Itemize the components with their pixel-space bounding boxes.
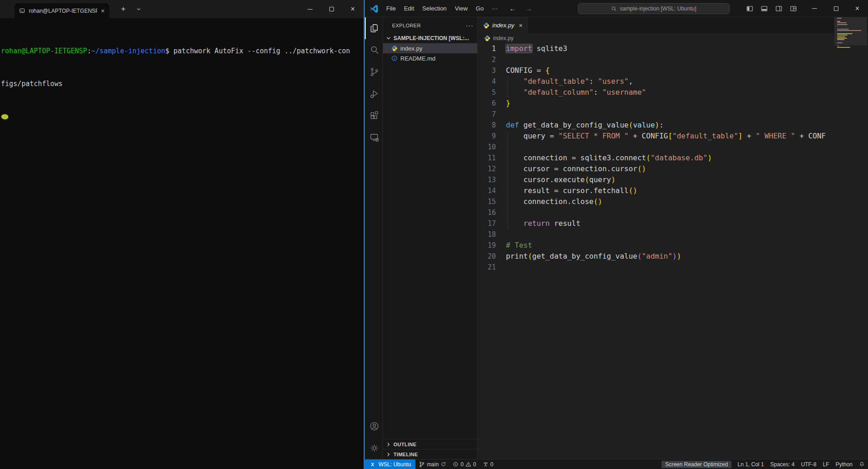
code-line-4[interactable]: 4 "default_table": "users", [478, 76, 868, 87]
explorer-folder-root[interactable]: SAMPLE-INJECTION [WSL:... [383, 33, 477, 43]
line-number: 6 [482, 98, 496, 109]
command-center-search[interactable]: sample-injection [WSL: Ubuntu] [578, 3, 730, 14]
activity-bar-item-extensions[interactable] [365, 105, 383, 127]
menu-go[interactable]: Go [472, 3, 488, 14]
menu-[interactable]: ··· [488, 3, 502, 14]
indentation-setting[interactable]: Spaces: 4 [767, 459, 797, 469]
line-number: 5 [482, 87, 496, 98]
activity-bar-item-settings[interactable] [365, 437, 383, 459]
code-line-11[interactable]: 11 connection = sqlite3.connect("databas… [478, 153, 868, 163]
timeline-label: TIMELINE [394, 452, 418, 457]
code-line-2[interactable]: 2 [478, 54, 868, 65]
code-line-10[interactable]: 10 [478, 142, 868, 153]
indent-guide [508, 131, 508, 142]
line-number: 13 [482, 174, 496, 185]
warning-count: 0 [473, 461, 476, 468]
code-line-6[interactable]: 6} [478, 98, 868, 109]
git-branch-icon [419, 461, 425, 468]
cursor-position[interactable]: Ln 1, Col 1 [734, 459, 767, 469]
sidebar-more-actions-button[interactable]: ··· [466, 22, 474, 29]
terminal-maximize-button[interactable] [321, 0, 342, 18]
activity-bar-item-search[interactable] [365, 39, 383, 61]
settings-icon [369, 443, 380, 454]
activity-bar-item-remote-explorer[interactable] [365, 127, 383, 148]
explorer-file-index.py[interactable]: index.py [383, 43, 477, 53]
navigate-back-button[interactable]: ← [509, 5, 516, 12]
terminal-new-tab-button[interactable]: + [116, 0, 131, 18]
code-line-17[interactable]: 17 return result [478, 218, 868, 229]
code-line-1[interactable]: 1import sqlite3 [478, 43, 868, 54]
terminal-tab[interactable]: rohan@LAPTOP-IETGENSP: ~/ × [15, 3, 109, 18]
screen-reader-badge[interactable]: Screen Reader Optimized [661, 461, 732, 468]
explorer-file-README.md[interactable]: README.md [383, 53, 477, 63]
minimap[interactable] [834, 17, 867, 459]
code-line-13[interactable]: 13 cursor.execute(query) [478, 174, 868, 185]
line-content: } [506, 98, 510, 109]
bell-icon [859, 461, 865, 467]
menu-file[interactable]: File [382, 3, 400, 14]
vscode-maximize-button[interactable] [825, 0, 847, 17]
timeline-section-header[interactable]: TIMELINE [383, 449, 477, 459]
code-line-15[interactable]: 15 connection.close() [478, 196, 868, 207]
line-content: result = cursor.fetchall() [506, 185, 637, 196]
terminal-close-button[interactable]: × [342, 0, 363, 18]
code-line-3[interactable]: 3CONFIG = { [478, 65, 868, 76]
encoding-setting[interactable]: UTF-8 [798, 459, 820, 469]
layout-customize-icon[interactable] [787, 3, 799, 15]
terminal-output[interactable]: rohan@LAPTOP-IETGENSP:~/sample-injection… [0, 18, 363, 141]
minimap-line [837, 29, 849, 30]
prompt-separator: : [87, 47, 91, 55]
activity-bar-item-source-control[interactable] [365, 61, 383, 83]
language-mode[interactable]: Python [833, 459, 856, 469]
navigate-forward-button[interactable]: → [525, 5, 532, 12]
code-line-16[interactable]: 16 [478, 207, 868, 218]
panel-bottom-icon[interactable] [758, 3, 770, 15]
minimap-line [837, 22, 847, 23]
indent-guide [508, 76, 508, 87]
tab-index-py[interactable]: index.py × [478, 17, 528, 33]
code-editor[interactable]: 1import sqlite323CONFIG = {4 "default_ta… [478, 43, 868, 459]
vscode-close-button[interactable]: × [847, 0, 868, 17]
code-line-7[interactable]: 7 [478, 109, 868, 120]
code-line-20[interactable]: 20print(get_data_by_config_value("admin"… [478, 251, 868, 262]
remote-indicator[interactable]: WSL: Ubuntu [365, 459, 415, 469]
code-line-18[interactable]: 18 [478, 229, 868, 240]
breadcrumb[interactable]: index.py [478, 33, 868, 43]
activity-bar-item-explorer[interactable] [365, 17, 383, 39]
code-line-14[interactable]: 14 result = cursor.fetchall() [478, 185, 868, 196]
tab-close-icon[interactable]: × [519, 22, 522, 29]
breadcrumb-label: index.py [493, 35, 514, 41]
notifications-button[interactable] [856, 459, 868, 469]
activity-bar-item-run-debug[interactable] [365, 83, 383, 105]
menu-edit[interactable]: Edit [400, 3, 418, 14]
branch-indicator[interactable]: main [415, 459, 449, 469]
prompt-dollar: $ [165, 47, 173, 55]
terminal-minimize-button[interactable] [299, 0, 321, 18]
activity-bar-item-accounts[interactable] [365, 415, 383, 437]
code-line-12[interactable]: 12 cursor = connection.cursor() [478, 163, 868, 174]
ports-indicator[interactable]: 0 [479, 459, 497, 469]
ports-count: 0 [490, 461, 494, 468]
editor-group: index.py × ··· index.py 1import sqlite32… [478, 17, 868, 459]
desktop: rohan@LAPTOP-IETGENSP: ~/ × + × rohan@LA… [0, 0, 868, 469]
code-line-19[interactable]: 19# Test [478, 240, 868, 251]
code-line-21[interactable]: 21 [478, 262, 868, 273]
panel-left-icon[interactable] [744, 3, 756, 15]
code-line-8[interactable]: 8def get_data_by_config_value(value): [478, 120, 868, 131]
code-line-5[interactable]: 5 "default_column": "username" [478, 87, 868, 98]
line-content: import sqlite3 [506, 43, 567, 54]
eol-setting[interactable]: LF [820, 459, 833, 469]
terminal-tab-close-icon[interactable]: × [101, 8, 105, 14]
vscode-titlebar: FileEditSelectionViewGo··· ← → sample-in… [365, 0, 868, 17]
error-count: 0 [460, 461, 464, 468]
code-line-9[interactable]: 9 query = "SELECT * FROM " + CONFIG["def… [478, 131, 868, 142]
terminal-spinner-icon [1, 114, 8, 119]
problems-indicator[interactable]: 0 0 [449, 459, 479, 469]
chevron-down-icon [136, 6, 141, 12]
outline-section-header[interactable]: OUTLINE [383, 439, 477, 449]
terminal-tab-dropdown-button[interactable] [131, 0, 146, 18]
menu-selection[interactable]: Selection [418, 3, 450, 14]
panel-right-icon[interactable] [773, 3, 785, 15]
vscode-minimize-button[interactable] [804, 0, 825, 17]
menu-view[interactable]: View [451, 3, 472, 14]
